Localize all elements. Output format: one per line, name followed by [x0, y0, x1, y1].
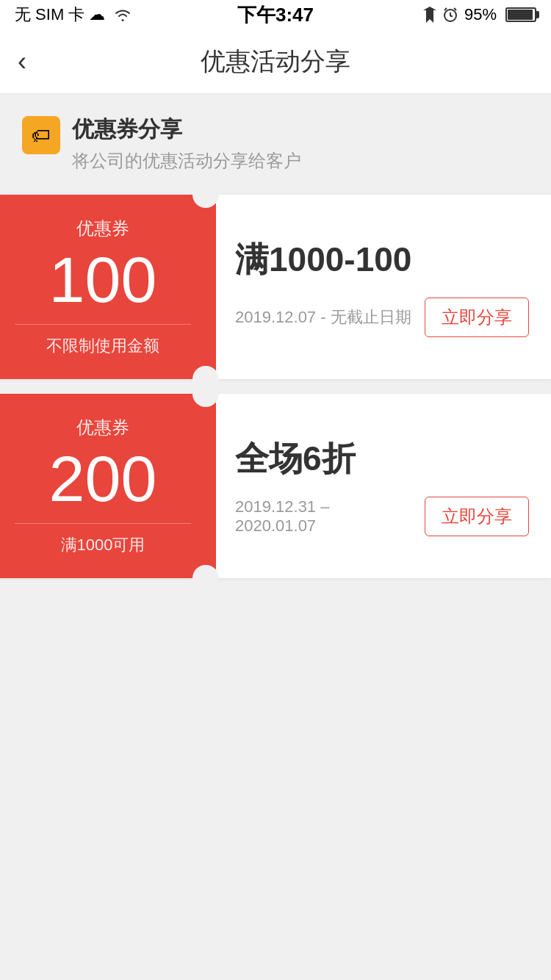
- back-button[interactable]: ‹: [18, 48, 26, 75]
- coupon-amount-2: 200: [49, 447, 157, 511]
- section-title: 优惠券分享: [72, 115, 301, 145]
- coupon-condition-2: 满1000可用: [61, 534, 145, 556]
- coupon-left-1: 优惠券 100 不限制使用金额: [0, 195, 206, 379]
- coupon-divider-1: [15, 324, 191, 325]
- location-icon: [423, 7, 436, 23]
- status-time: 下午3:47: [237, 2, 314, 28]
- coupon-name-2: 全场6折: [235, 436, 529, 482]
- coupon-right-1: 满1000-100 2019.12.07 - 无截止日期 立即分享: [206, 195, 551, 379]
- coupon-notch-top-2: [192, 381, 219, 407]
- coupon-amount-1: 100: [49, 248, 157, 312]
- coupon-label-1: 优惠券: [76, 217, 129, 240]
- status-bar: 无 SIM 卡 ☁ 下午3:47 95%: [0, 0, 551, 29]
- coupon-name-1: 满1000-100: [235, 237, 529, 283]
- coupon-date-2: 2019.12.31 – 2020.01.07: [235, 497, 413, 536]
- wifi-icon: [112, 7, 133, 22]
- coupons-container: 优惠券 100 不限制使用金额 满1000-100 2019.12.07 - 无…: [0, 187, 551, 608]
- coupon-meta-1: 2019.12.07 - 无截止日期 立即分享: [235, 298, 529, 337]
- section-header: 🏷 优惠券分享 将公司的优惠活动分享给客户: [0, 94, 551, 187]
- coupon-notch-top-1: [192, 181, 219, 208]
- status-right: 95%: [423, 5, 536, 24]
- coupon-divider-2: [15, 523, 191, 524]
- sim-text: 无 SIM 卡 ☁: [15, 4, 105, 26]
- section-text-group: 优惠券分享 将公司的优惠活动分享给客户: [72, 115, 301, 173]
- coupon-condition-1: 不限制使用金额: [46, 335, 159, 357]
- share-button-1[interactable]: 立即分享: [425, 298, 529, 337]
- coupon-card-2: 优惠券 200 满1000可用 全场6折 2019.12.31 – 2020.0…: [0, 394, 551, 578]
- coupon-left-2: 优惠券 200 满1000可用: [0, 394, 206, 578]
- section-icon-emoji: 🏷: [32, 124, 51, 147]
- nav-bar: ‹ 优惠活动分享: [0, 29, 551, 94]
- battery-percent: 95%: [464, 5, 497, 24]
- coupon-notch-bottom-2: [192, 565, 219, 591]
- coupon-date-1: 2019.12.07 - 无截止日期: [235, 306, 411, 328]
- coupon-right-2: 全场6折 2019.12.31 – 2020.01.07 立即分享: [206, 394, 551, 578]
- section-subtitle: 将公司的优惠活动分享给客户: [72, 149, 301, 173]
- page-title: 优惠活动分享: [201, 45, 350, 79]
- coupon-label-2: 优惠券: [76, 416, 129, 439]
- alarm-icon: [442, 7, 458, 23]
- svg-line-4: [454, 8, 456, 10]
- share-button-2[interactable]: 立即分享: [425, 497, 529, 536]
- svg-line-3: [444, 8, 447, 10]
- coupon-card-1: 优惠券 100 不限制使用金额 满1000-100 2019.12.07 - 无…: [0, 195, 551, 379]
- battery-icon: [505, 7, 536, 22]
- status-left: 无 SIM 卡 ☁: [15, 4, 133, 26]
- coupon-meta-2: 2019.12.31 – 2020.01.07 立即分享: [235, 497, 529, 536]
- section-icon: 🏷: [22, 116, 60, 154]
